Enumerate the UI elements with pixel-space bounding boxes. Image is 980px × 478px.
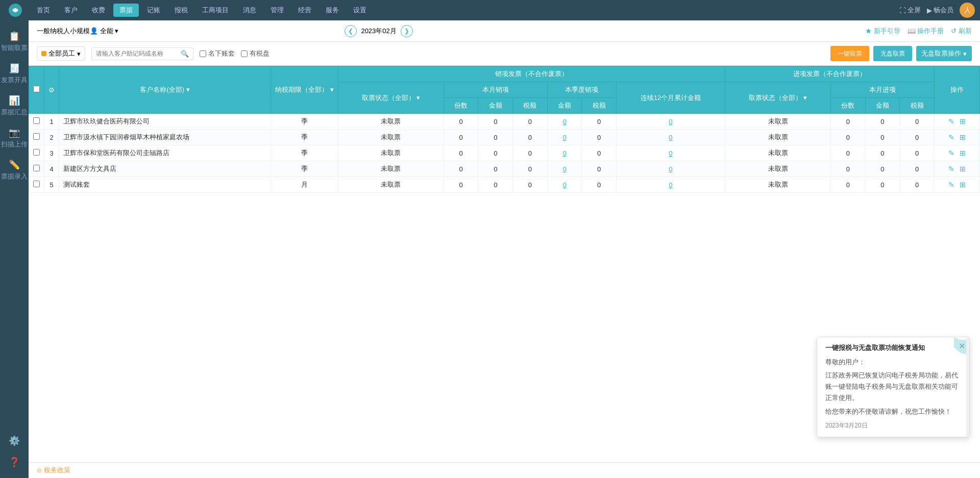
search-input[interactable]	[96, 50, 178, 57]
row-sq-tax-cell: 0	[582, 114, 617, 130]
filter-icon3: ▾	[416, 94, 420, 102]
dropdown-arrow2-icon: ▾	[963, 50, 967, 58]
sq-amount-link[interactable]: 0	[562, 165, 566, 173]
client-name-header[interactable]: 客户名称(全部) ▾	[59, 66, 271, 114]
edit-icon[interactable]: ✎	[948, 181, 954, 189]
row-checkbox[interactable]	[33, 117, 40, 124]
tax-policy-link[interactable]: ⊙ 税务政策	[37, 466, 70, 475]
tab-general-taxpayer[interactable]: 一般纳税人	[37, 27, 70, 36]
sq-amount-link[interactable]: 0	[562, 181, 566, 189]
sidebar-bottom-help[interactable]: ❓	[9, 451, 20, 473]
select-all-checkbox[interactable]	[33, 86, 40, 92]
nav-message[interactable]: 消息	[237, 4, 262, 17]
app-logo[interactable]	[5, 0, 26, 20]
row-checkbox-cell	[29, 145, 44, 161]
sq-amount-link[interactable]: 0	[562, 118, 566, 125]
notification-scrollbar[interactable]	[966, 337, 969, 437]
sidebar-item-scan-upload[interactable]: 📷 扫描上传	[0, 122, 29, 154]
no-disk-ops-button[interactable]: 无盘取票操作 ▾	[916, 46, 972, 61]
nav-tax[interactable]: 报税	[168, 4, 194, 17]
cumulative-link[interactable]: 0	[669, 134, 672, 141]
nav-business[interactable]: 工商项目	[196, 4, 235, 17]
nav-accounting[interactable]: 记账	[141, 4, 166, 17]
nav-settings[interactable]: 设置	[347, 4, 373, 17]
sidebar-bottom-settings[interactable]: ⚙️	[9, 430, 20, 451]
row-cancel-status-income-cell: 未取票	[725, 130, 831, 145]
tax-period-header[interactable]: 纳税期限（全部） ▾	[271, 66, 338, 114]
row-im-amount-cell: 0	[865, 161, 900, 177]
nav-invoice[interactable]: 票据	[113, 4, 139, 17]
employee-select[interactable]: 全部员工 ▾	[37, 46, 85, 61]
more-icon[interactable]: ⊞	[960, 149, 966, 157]
edit-icon[interactable]: ✎	[948, 149, 954, 157]
search-icon[interactable]: 🔍	[181, 50, 189, 58]
row-sq-tax-cell: 0	[582, 145, 617, 161]
sidebar-item-ticket-entry[interactable]: ✏️ 票据录入	[0, 154, 29, 186]
checkbox-account-label[interactable]: 名下账套	[200, 49, 235, 58]
row-checkbox[interactable]	[33, 165, 40, 171]
no-disk-ticket-button[interactable]: 无盘取票	[873, 46, 912, 61]
notification-body: 尊敬的用户： 江苏政务网已恢复访问电子税务局功能，易代账一键登陆电子税务局与无盘…	[825, 357, 961, 431]
checkbox-tax-label[interactable]: 有税盘	[241, 49, 270, 58]
member-btn[interactable]: ▶ 畅会员	[927, 6, 953, 15]
more-icon[interactable]: ⊞	[960, 181, 966, 189]
nav-home[interactable]: 首页	[31, 4, 56, 17]
tab-small-scale[interactable]: 小规模	[70, 27, 90, 36]
refresh-btn[interactable]: ↺ 刷新	[951, 27, 972, 36]
row-checkbox[interactable]	[33, 133, 40, 140]
new-guide-btn[interactable]: ★ 新手引导	[865, 27, 900, 36]
cumulative-link[interactable]: 0	[669, 149, 672, 157]
nav-client[interactable]: 客户	[58, 4, 84, 17]
income-invoice-header: 进项发票（不合作废票）	[725, 66, 935, 82]
nav-fee[interactable]: 收费	[86, 4, 111, 17]
column-settings-icon[interactable]: ⚙	[48, 86, 55, 94]
checkbox-column-header	[29, 66, 44, 114]
row-cancel-status-sales-cell: 未取票	[338, 177, 444, 193]
notification-apology: 给您带来的不便敬请谅解，祝您工作愉快！	[825, 406, 961, 417]
row-checkbox[interactable]	[33, 181, 40, 187]
notification-decoration	[939, 337, 969, 358]
user-avatar[interactable]: 人	[960, 3, 975, 18]
row-sq-amount-cell: 0	[547, 145, 582, 161]
cumulative-link[interactable]: 0	[669, 118, 672, 125]
right-tools: ★ 新手引导 📖 操作手册 ↺ 刷新	[865, 27, 972, 36]
row-sm-amount-cell: 0	[478, 130, 513, 145]
row-cancel-status-sales-cell: 未取票	[338, 145, 444, 161]
nav-service[interactable]: 服务	[320, 4, 345, 17]
edit-icon[interactable]: ✎	[948, 117, 954, 125]
row-cancel-status-income-cell: 未取票	[725, 177, 831, 193]
edit-icon[interactable]: ✎	[948, 133, 954, 141]
nav-manage[interactable]: 管理	[264, 4, 290, 17]
row-sm-tax-cell: 0	[513, 114, 548, 130]
cancel-status-sales-header[interactable]: 取票状态（全部） ▾	[338, 82, 444, 114]
row-actions-cell: ✎ ⊞	[934, 114, 979, 130]
checkbox-tax[interactable]	[241, 51, 248, 57]
cumulative-link[interactable]: 0	[669, 181, 672, 189]
sq-amount-link[interactable]: 0	[562, 149, 566, 157]
smart-ticket-icon: 📋	[9, 31, 20, 42]
one-click-ticket-button[interactable]: 一键取票	[830, 46, 869, 61]
checkbox-account[interactable]	[200, 51, 206, 57]
sidebar-item-ticket-summary[interactable]: 📊 票据汇总	[0, 90, 29, 122]
prev-month-button[interactable]: ❮	[345, 25, 357, 37]
manual-btn[interactable]: 📖 操作手册	[908, 27, 944, 36]
fullscreen-btn[interactable]: ⛶ 全屏	[899, 6, 921, 15]
more-icon[interactable]: ⊞	[960, 117, 966, 125]
cumulative-link[interactable]: 0	[669, 165, 672, 173]
row-actions-cell: ✎ ⊞	[934, 130, 979, 145]
next-month-button[interactable]: ❯	[401, 25, 413, 37]
bottom-bar: ⊙ 税务政策	[29, 462, 980, 478]
row-checkbox[interactable]	[33, 149, 40, 156]
sq-amount-link[interactable]: 0	[562, 134, 566, 141]
edit-icon[interactable]: ✎	[948, 165, 954, 173]
more-icon[interactable]: ⊞	[960, 133, 966, 141]
sidebar-item-smart-ticket[interactable]: 📋 智能取票	[0, 26, 29, 58]
sidebar-item-invoice-issue[interactable]: 🧾 发票开具	[0, 58, 29, 90]
cancel-status-income-header[interactable]: 取票状态（全部） ▾	[725, 82, 831, 114]
tab-all-type[interactable]: 👤 全能 ▾	[90, 27, 118, 36]
table-row: 3 卫辉市保和堂医药有限公司圭辐路店 季 未取票 0 0 0 0 0 0 未取票…	[29, 145, 980, 161]
more-icon[interactable]: ⊞	[960, 165, 966, 173]
nav-operation[interactable]: 经营	[292, 4, 317, 17]
row-im-amount-cell: 0	[865, 177, 900, 193]
main-nav: 首页 客户 收费 票据 记账 报税 工商项目 消息 管理 经营 服务 设置	[31, 4, 899, 17]
